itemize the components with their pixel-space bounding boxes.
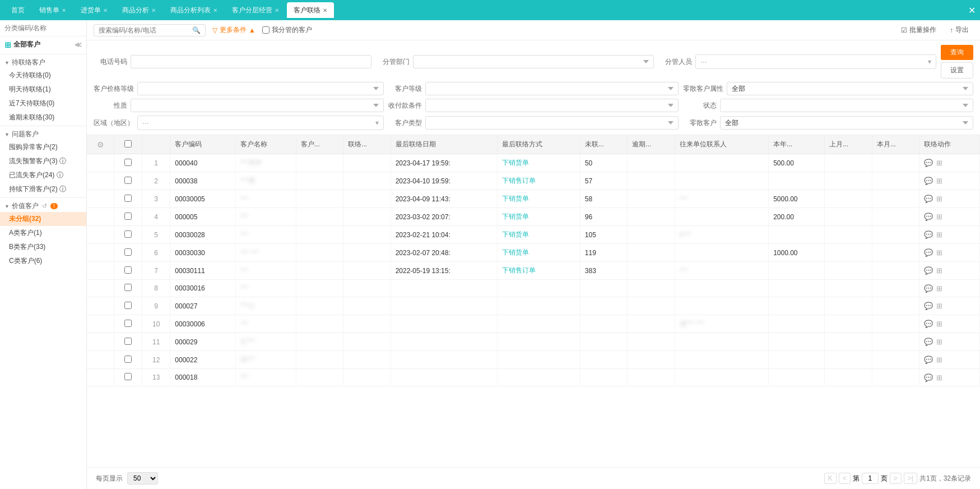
col-gear[interactable]: ⚙ <box>87 135 114 154</box>
sidebar-item-churn-warning[interactable]: 流失预警客户(3) ⓘ <box>0 154 86 168</box>
row-select-checkbox[interactable] <box>124 284 132 291</box>
nav-tab-customer-contact[interactable]: 客户联络 ✕ <box>287 2 334 18</box>
row-checkbox[interactable] <box>114 369 142 386</box>
customer-level-select[interactable] <box>425 82 679 95</box>
chat-icon[interactable]: 💬 <box>924 284 933 293</box>
row-checkbox[interactable] <box>114 333 142 351</box>
col-last-way[interactable]: 最后联络方式 <box>498 135 580 154</box>
row-select-checkbox[interactable] <box>124 266 132 274</box>
grid-action-icon[interactable]: ⊞ <box>936 213 942 221</box>
sidebar-item-group-a[interactable]: A类客户(1) <box>0 226 86 240</box>
staff-select[interactable]: ··· <box>695 54 936 69</box>
grid-action-icon[interactable]: ⊞ <box>936 320 942 328</box>
chat-icon[interactable]: 💬 <box>924 195 933 203</box>
nav-tab-analysis[interactable]: 商品分析 ✕ <box>115 2 162 18</box>
last-way-link[interactable]: 下销货单 <box>502 213 529 220</box>
all-customers-header[interactable]: ⊞ 全部客户 ≪ <box>0 36 86 53</box>
col-no-contact[interactable]: 未联... <box>580 135 628 154</box>
row-checkbox[interactable] <box>114 351 142 369</box>
close-icon[interactable]: ✕ <box>323 7 327 13</box>
pending-group-header[interactable]: ▼ 待联络客户 <box>0 56 86 68</box>
grid-action-icon[interactable]: ⊞ <box>936 356 942 364</box>
col-name[interactable]: 客户名称 <box>235 135 296 154</box>
row-checkbox[interactable] <box>114 226 142 244</box>
status-select[interactable] <box>720 99 973 112</box>
price-level-select[interactable] <box>137 82 384 95</box>
last-page-button[interactable]: >| <box>904 473 917 484</box>
row-select-checkbox[interactable] <box>124 338 132 345</box>
grid-action-icon[interactable]: ⊞ <box>936 230 942 239</box>
gear-icon[interactable]: ⚙ <box>97 140 104 149</box>
sidebar-item-declining[interactable]: 持续下滑客户(2) ⓘ <box>0 182 86 196</box>
dept-select[interactable] <box>413 55 654 68</box>
col-overdue[interactable]: 逾期... <box>628 135 675 154</box>
col-this-year[interactable]: 本年... <box>769 135 825 154</box>
last-way-link[interactable]: 下销售订单 <box>502 266 536 274</box>
row-select-checkbox[interactable] <box>124 177 132 184</box>
row-checkbox[interactable] <box>114 190 142 208</box>
last-way-link[interactable]: 下销货单 <box>502 195 529 202</box>
search-icon[interactable]: 🔍 <box>192 26 201 34</box>
row-select-checkbox[interactable] <box>124 159 132 166</box>
close-icon[interactable]: ✕ <box>103 7 108 13</box>
row-checkbox[interactable] <box>114 280 142 297</box>
chat-icon[interactable]: 💬 <box>924 266 933 275</box>
nav-tab-home[interactable]: 首页 <box>4 2 31 18</box>
last-way-link[interactable]: 下销货单 <box>502 230 529 238</box>
row-select-checkbox[interactable] <box>124 195 132 202</box>
last-way-link[interactable]: 下销售订单 <box>502 177 536 184</box>
sidebar-item-churned[interactable]: 已流失客户(24) ⓘ <box>0 168 86 182</box>
retail-attr-select[interactable]: 全部 <box>727 82 973 95</box>
sidebar-item-7day-pending[interactable]: 近7天待联络(0) <box>0 96 86 110</box>
chat-icon[interactable]: 💬 <box>924 302 933 310</box>
row-checkbox[interactable] <box>114 172 142 190</box>
grid-action-icon[interactable]: ⊞ <box>936 302 942 310</box>
gender-select[interactable] <box>131 99 384 112</box>
payment-select[interactable] <box>425 99 679 112</box>
sidebar-item-group-b[interactable]: B类客户(33) <box>0 240 86 254</box>
col-code[interactable]: 客户编码 <box>170 135 236 154</box>
close-icon[interactable]: ✕ <box>151 7 156 13</box>
refresh-icon[interactable]: ↺ <box>42 202 47 210</box>
sidebar-item-tomorrow-pending[interactable]: 明天待联络(1) <box>0 82 86 96</box>
chat-icon[interactable]: 💬 <box>924 356 933 364</box>
nav-tab-customer-segment[interactable]: 客户分层经营 ✕ <box>225 2 286 18</box>
page-input[interactable] <box>862 473 879 484</box>
row-checkbox[interactable] <box>114 244 142 262</box>
phone-input[interactable] <box>131 55 371 68</box>
more-conditions-button[interactable]: ▽ 更多条件 ▲ <box>212 25 256 35</box>
region-select[interactable]: ··· <box>137 116 384 130</box>
chat-icon[interactable]: 💬 <box>924 177 933 185</box>
grid-action-icon[interactable]: ⊞ <box>936 159 942 167</box>
sidebar-item-no-group[interactable]: 未分组(32) <box>0 212 86 226</box>
chat-icon[interactable]: 💬 <box>924 159 933 167</box>
grid-action-icon[interactable]: ⊞ <box>936 284 942 293</box>
grid-action-icon[interactable]: ⊞ <box>936 338 942 346</box>
grid-action-icon[interactable]: ⊞ <box>936 266 942 275</box>
retail-customer-select[interactable]: 全部 <box>720 116 973 130</box>
chat-icon[interactable]: 💬 <box>924 230 933 239</box>
close-icon[interactable]: ✕ <box>213 7 217 13</box>
sidebar-item-abnormal-purchase[interactable]: 囤购异常客户(2) <box>0 140 86 154</box>
grid-action-icon[interactable]: ⊞ <box>936 195 942 203</box>
sidebar-item-overdue-pending[interactable]: 逾期未联络(30) <box>0 110 86 124</box>
row-select-checkbox[interactable] <box>124 356 132 363</box>
row-select-checkbox[interactable] <box>124 213 132 220</box>
query-button[interactable]: 查询 <box>941 45 973 60</box>
row-select-checkbox[interactable] <box>124 248 132 256</box>
row-checkbox[interactable] <box>114 297 142 315</box>
row-checkbox[interactable] <box>114 208 142 226</box>
grid-action-icon[interactable]: ⊞ <box>936 248 942 257</box>
col-this-month[interactable]: 本月... <box>872 135 919 154</box>
row-select-checkbox[interactable] <box>124 373 132 380</box>
value-group-header[interactable]: ▼ 价值客户 ↺ ! <box>0 199 86 212</box>
first-page-button[interactable]: K <box>824 473 837 484</box>
filter-search-input[interactable] <box>99 26 190 34</box>
col-last-date[interactable]: 最后联络日期 <box>391 135 498 154</box>
page-size-select[interactable]: 50 100 200 <box>127 472 158 485</box>
col-checkbox[interactable] <box>114 135 142 154</box>
my-customers-checkbox[interactable] <box>262 26 270 34</box>
row-checkbox[interactable] <box>114 315 142 333</box>
grid-action-icon[interactable]: ⊞ <box>936 177 942 185</box>
row-checkbox[interactable] <box>114 262 142 280</box>
